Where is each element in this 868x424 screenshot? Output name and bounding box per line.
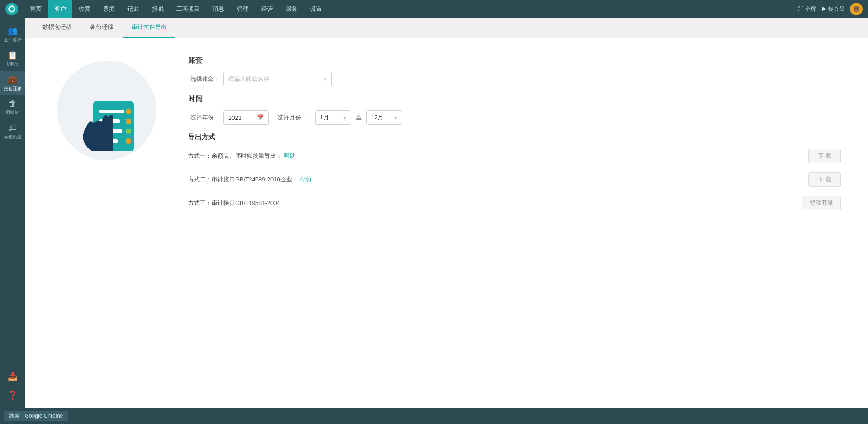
export-section-title: 导出方式 — [188, 133, 841, 142]
form-area: 账套 选择账套： 请输入账套名称 ▾ 时间 选择年份： 2023 📅 — [170, 52, 850, 394]
export-method-2-text: 方式二：审计接口GB/T24589-2010企业： 帮助 — [188, 176, 808, 184]
to-label: 至 — [356, 114, 362, 122]
svg-point-9 — [126, 129, 131, 134]
nav-item-bookkeeping[interactable]: 记账 — [121, 0, 146, 18]
time-row: 选择年份： 2023 📅 选择月份： 1月 ▾ 至 12月 — [188, 110, 841, 125]
nav-item-client[interactable]: 客户 — [48, 0, 72, 18]
svg-point-8 — [126, 119, 131, 124]
nav-item-manage[interactable]: 管理 — [231, 0, 255, 18]
tag-icon: 🏷 — [9, 124, 17, 133]
year-value: 2023 — [228, 114, 241, 121]
nav-item-operation[interactable]: 经营 — [255, 0, 279, 18]
sidebar-item-label: 标签设置 — [4, 134, 22, 140]
calendar-icon: 📅 — [257, 114, 264, 121]
sub-tabs: 数据包迁移 备份迁移 审计文件导出 — [25, 18, 868, 38]
migrate-icon: 💼 — [8, 75, 18, 85]
sidebar: 👥 全部客户 📋 0申报 💼 账套迁移 🗑 回收站 🏷 标签设置 📥 ❓ — [0, 18, 25, 408]
recycle-icon: 🗑 — [9, 99, 17, 109]
help-link-2[interactable]: 帮助 — [299, 176, 311, 183]
illustration-svg — [71, 70, 143, 151]
top-nav: 首页 客户 收费 票据 记账 报税 工商项目 消息 管理 经营 服务 设置 ⛶ … — [0, 0, 868, 18]
time-inputs: 2023 📅 选择月份： 1月 ▾ 至 12月 ▾ — [223, 110, 402, 125]
month-end-value: 12月 — [371, 114, 383, 122]
avatar[interactable]: 🐻 — [850, 3, 863, 15]
nav-item-service[interactable]: 服务 — [279, 0, 304, 18]
account-select[interactable]: 请输入账套名称 ▾ — [223, 72, 332, 86]
content-area: 数据包迁移 备份迁移 审计文件导出 — [25, 18, 868, 408]
sidebar-bottom: 📥 ❓ — [5, 370, 20, 408]
svg-point-1 — [10, 7, 14, 11]
illustration-circle — [57, 61, 156, 160]
report-icon: 📋 — [8, 50, 18, 60]
account-row: 选择账套： 请输入账套名称 ▾ — [188, 72, 841, 86]
taskbar: 线索 - Google Chrome — [0, 408, 868, 424]
nav-item-settings[interactable]: 设置 — [304, 0, 328, 18]
year-input[interactable]: 2023 📅 — [223, 110, 269, 125]
illustration-area — [43, 52, 170, 394]
chevron-down-icon: ▾ — [324, 76, 327, 82]
account-section-title: 账套 — [188, 56, 841, 66]
sidebar-item-label: 回收站 — [6, 110, 19, 115]
month-end-select[interactable]: 12月 ▾ — [366, 110, 402, 125]
sidebar-item-zero-report[interactable]: 📋 0申报 — [0, 46, 25, 71]
help-link-1[interactable]: 帮助 — [284, 152, 296, 159]
top-nav-right: ⛶ 全屏 ▶ 畅会员 🐻 — [798, 3, 868, 15]
fullscreen-button[interactable]: ⛶ 全屏 — [798, 5, 816, 13]
sidebar-item-label: 0申报 — [7, 62, 19, 67]
account-label: 选择账套： — [188, 75, 220, 83]
export-method-2: 方式二：审计接口GB/T24589-2010企业： 帮助 下 载 — [188, 172, 841, 187]
export-method-3-text: 方式三：审计接口GB/T19581-2004 — [188, 199, 802, 207]
account-placeholder: 请输入账套名称 — [228, 75, 269, 83]
nav-item-home[interactable]: 首页 — [24, 0, 48, 18]
chevron-down-icon: ▾ — [343, 114, 346, 121]
export-method-1-text: 方式一：余额表、序时账批量导出： 帮助 — [188, 152, 808, 160]
download-button-2[interactable]: 下 载 — [808, 172, 841, 187]
month-start-value: 1月 — [320, 114, 329, 122]
month-start-select[interactable]: 1月 ▾ — [315, 110, 351, 125]
sidebar-item-all-clients[interactable]: 👥 全部客户 — [0, 22, 25, 46]
year-label: 选择年份： — [188, 114, 220, 122]
nav-item-fee[interactable]: 收费 — [72, 0, 97, 18]
nav-item-message[interactable]: 消息 — [206, 0, 231, 18]
svg-rect-3 — [99, 110, 124, 113]
app-logo[interactable] — [4, 1, 20, 17]
download-icon[interactable]: 📥 — [5, 370, 20, 384]
sidebar-item-label: 全部客户 — [4, 37, 22, 43]
svg-point-10 — [126, 138, 131, 144]
sidebar-item-label: 账套迁移 — [4, 86, 22, 91]
tab-data-migrate[interactable]: 数据包迁移 — [34, 18, 80, 38]
open-button-3[interactable]: 暂缓开通 — [802, 196, 841, 210]
time-section-title: 时间 — [188, 95, 841, 104]
nav-item-tax[interactable]: 报税 — [146, 0, 170, 18]
tab-audit-export[interactable]: 审计文件导出 — [123, 18, 175, 38]
main-layout: 👥 全部客户 📋 0申报 💼 账套迁移 🗑 回收站 🏷 标签设置 📥 ❓ 数据包… — [0, 18, 868, 408]
sidebar-item-recycle[interactable]: 🗑 回收站 — [0, 95, 25, 119]
download-button-1[interactable]: 下 载 — [808, 149, 841, 163]
clients-icon: 👥 — [8, 26, 18, 36]
chevron-down-icon: ▾ — [394, 114, 397, 121]
sidebar-item-migrate[interactable]: 💼 账套迁移 — [0, 71, 25, 95]
nav-item-invoice[interactable]: 票据 — [97, 0, 121, 18]
export-method-1: 方式一：余额表、序时账批量导出： 帮助 下 载 — [188, 149, 841, 163]
vip-button[interactable]: ▶ 畅会员 — [821, 5, 844, 13]
nav-item-business[interactable]: 工商项目 — [170, 0, 206, 18]
nav-items: 首页 客户 收费 票据 记账 报税 工商项目 消息 管理 经营 服务 设置 — [24, 0, 798, 18]
taskbar-chrome[interactable]: 线索 - Google Chrome — [4, 411, 68, 421]
export-method-3: 方式三：审计接口GB/T19581-2004 暂缓开通 — [188, 196, 841, 210]
svg-point-7 — [126, 109, 131, 114]
sidebar-item-tag-settings[interactable]: 🏷 标签设置 — [0, 119, 25, 144]
month-label: 选择月份： — [278, 114, 307, 122]
tab-backup-migrate[interactable]: 备份迁移 — [82, 18, 122, 38]
help-icon[interactable]: ❓ — [5, 388, 20, 402]
page-content: 账套 选择账套： 请输入账套名称 ▾ 时间 选择年份： 2023 📅 — [25, 38, 868, 408]
